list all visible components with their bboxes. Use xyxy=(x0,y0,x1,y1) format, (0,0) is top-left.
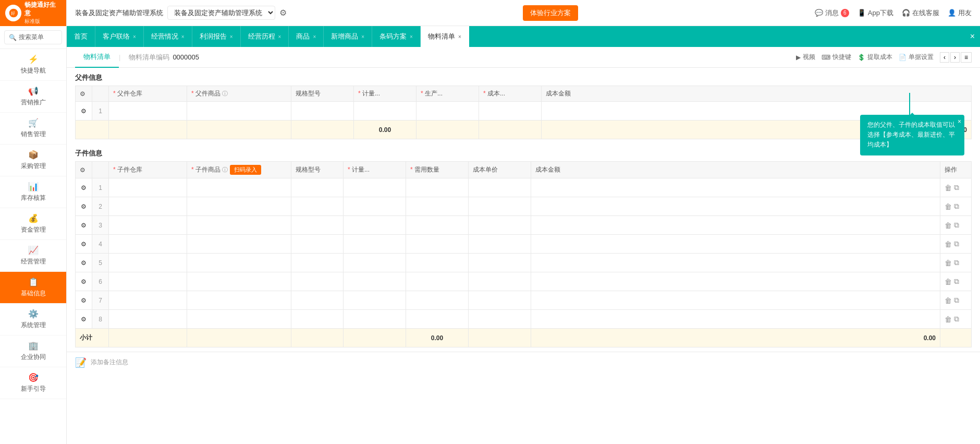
child-row-cost-price-3[interactable] xyxy=(469,216,531,235)
extract-cost-button[interactable]: 💲 提取成本 xyxy=(858,53,892,62)
tab-profit[interactable]: 利润报告 × xyxy=(192,26,241,47)
child-row-delete-icon-8[interactable]: 🗑 xyxy=(945,315,952,323)
child-row-warehouse-4[interactable] xyxy=(109,235,187,254)
child-row-product-4[interactable] xyxy=(187,235,291,254)
tab-close-profit[interactable]: × xyxy=(230,34,233,40)
parent-row-product[interactable] xyxy=(187,102,291,121)
parent-row-cost[interactable] xyxy=(479,102,542,121)
shortcut-button[interactable]: ⌨ 快捷键 xyxy=(822,53,851,62)
sidebar-item-finance[interactable]: 💰 资金管理 xyxy=(0,208,66,240)
tab-history[interactable]: 经营历程 × xyxy=(241,26,289,47)
tabbar-close-all[interactable]: × xyxy=(965,26,980,47)
child-row-settings-2[interactable]: ⚙ xyxy=(76,197,92,216)
gear-icon[interactable]: ⚙ xyxy=(279,8,287,18)
sidebar-item-inventory[interactable]: 📊 库存核算 xyxy=(0,176,66,208)
child-row-copy-icon-6[interactable]: ⧉ xyxy=(954,277,959,286)
trial-button[interactable]: 体验行业方案 xyxy=(523,5,578,21)
online-service-item[interactable]: 🎧 在线客服 xyxy=(902,8,939,18)
nav-menu-button[interactable]: ≡ xyxy=(961,52,972,63)
child-row-unit-4[interactable] xyxy=(344,235,406,254)
parent-row-warehouse[interactable] xyxy=(109,102,187,121)
tab-home[interactable]: 首页 xyxy=(67,26,95,47)
tab-customer[interactable]: 客户联络 × xyxy=(95,26,144,47)
child-row-copy-icon-5[interactable]: ⧉ xyxy=(954,258,959,267)
tab-close-operation[interactable]: × xyxy=(181,34,185,40)
child-row-spec-3[interactable] xyxy=(291,216,344,235)
child-row-quantity-8[interactable] xyxy=(406,310,469,329)
sidebar-item-guide[interactable]: 🎯 新手引导 xyxy=(0,367,66,399)
child-row-unit-3[interactable] xyxy=(344,216,406,235)
child-row-cost-price-8[interactable] xyxy=(469,310,531,329)
parent-row-unit[interactable] xyxy=(354,102,416,121)
sidebar-item-sales[interactable]: 🛒 销售管理 xyxy=(0,113,66,145)
parent-th-settings[interactable]: ⚙ xyxy=(76,86,92,102)
child-row-settings-4[interactable]: ⚙ xyxy=(76,235,92,254)
child-row-cost-amount-3[interactable] xyxy=(531,216,940,235)
app-download-item[interactable]: 📱 App下载 xyxy=(858,8,893,18)
child-row-warehouse-3[interactable] xyxy=(109,216,187,235)
child-row-settings-5[interactable]: ⚙ xyxy=(76,254,92,272)
child-row-delete-icon-5[interactable]: 🗑 xyxy=(945,259,952,267)
child-row-unit-8[interactable] xyxy=(344,310,406,329)
tab-bom[interactable]: 物料清单 × xyxy=(421,26,469,47)
tab-barcode[interactable]: 条码方案 × xyxy=(372,26,421,47)
parent-row-spec[interactable] xyxy=(291,102,354,121)
sidebar-item-system[interactable]: ⚙️ 系统管理 xyxy=(0,304,66,335)
child-row-product-3[interactable] xyxy=(187,216,291,235)
child-row-product-8[interactable] xyxy=(187,310,291,329)
child-row-product-1[interactable] xyxy=(187,178,291,197)
tab-close-barcode[interactable]: × xyxy=(410,34,413,40)
child-row-delete-icon-6[interactable]: 🗑 xyxy=(945,278,952,286)
child-row-spec-6[interactable] xyxy=(291,272,344,291)
tab-close-history[interactable]: × xyxy=(278,34,281,40)
sidebar-item-basic-info[interactable]: 📋 基础信息 xyxy=(0,272,66,304)
child-row-warehouse-1[interactable] xyxy=(109,178,187,197)
child-row-warehouse-5[interactable] xyxy=(109,254,187,272)
scan-input-button[interactable]: 扫码录入 xyxy=(230,165,261,175)
child-row-spec-1[interactable] xyxy=(291,178,344,197)
child-row-delete-icon-2[interactable]: 🗑 xyxy=(945,202,952,211)
child-row-spec-7[interactable] xyxy=(291,291,344,310)
child-row-spec-4[interactable] xyxy=(291,235,344,254)
child-row-cost-price-6[interactable] xyxy=(469,272,531,291)
child-row-product-7[interactable] xyxy=(187,291,291,310)
sidebar-item-operation[interactable]: 📈 经营管理 xyxy=(0,240,66,272)
tab-new-product[interactable]: 新增商品 × xyxy=(324,26,372,47)
search-menu-button[interactable]: 🔍 搜索菜单 xyxy=(4,30,62,44)
child-row-warehouse-8[interactable] xyxy=(109,310,187,329)
child-row-unit-7[interactable] xyxy=(344,291,406,310)
child-row-settings-8[interactable]: ⚙ xyxy=(76,310,92,329)
child-product-info-icon[interactable]: ⓘ xyxy=(222,166,228,173)
view-video-button[interactable]: ▶ 视频 xyxy=(796,53,815,62)
tab-close-bom[interactable]: × xyxy=(458,34,461,40)
child-row-cost-price-7[interactable] xyxy=(469,291,531,310)
child-row-copy-icon-3[interactable]: ⧉ xyxy=(954,221,959,230)
child-row-quantity-1[interactable] xyxy=(406,178,469,197)
child-row-quantity-4[interactable] xyxy=(406,235,469,254)
child-row-unit-1[interactable] xyxy=(344,178,406,197)
parent-row-produce[interactable] xyxy=(416,102,479,121)
child-row-quantity-7[interactable] xyxy=(406,291,469,310)
child-row-copy-icon-8[interactable]: ⧉ xyxy=(954,315,959,323)
child-row-copy-icon-2[interactable]: ⧉ xyxy=(954,202,959,211)
child-row-quantity-2[interactable] xyxy=(406,197,469,216)
child-row-cost-amount-5[interactable] xyxy=(531,254,940,272)
child-th-settings[interactable]: ⚙ xyxy=(76,162,92,178)
child-row-cost-price-1[interactable] xyxy=(469,178,531,197)
nav-prev-button[interactable]: ‹ xyxy=(940,52,949,63)
child-row-delete-icon-1[interactable]: 🗑 xyxy=(945,184,952,192)
settings-button[interactable]: 📄 单据设置 xyxy=(899,53,934,62)
note-icon[interactable]: 📝 xyxy=(75,357,87,368)
child-row-warehouse-6[interactable] xyxy=(109,272,187,291)
child-row-delete-icon-3[interactable]: 🗑 xyxy=(945,221,952,230)
child-row-quantity-6[interactable] xyxy=(406,272,469,291)
tab-close-new-product[interactable]: × xyxy=(361,34,364,40)
sidebar-item-purchase[interactable]: 📦 采购管理 xyxy=(0,145,66,176)
child-row-cost-price-5[interactable] xyxy=(469,254,531,272)
child-row-delete-icon-7[interactable]: 🗑 xyxy=(945,296,952,305)
child-row-unit-2[interactable] xyxy=(344,197,406,216)
tab-operation[interactable]: 经营情况 × xyxy=(144,26,192,47)
sidebar-item-marketing[interactable]: 📢 营销推广 xyxy=(0,81,66,113)
child-row-unit-6[interactable] xyxy=(344,272,406,291)
child-row-warehouse-2[interactable] xyxy=(109,197,187,216)
